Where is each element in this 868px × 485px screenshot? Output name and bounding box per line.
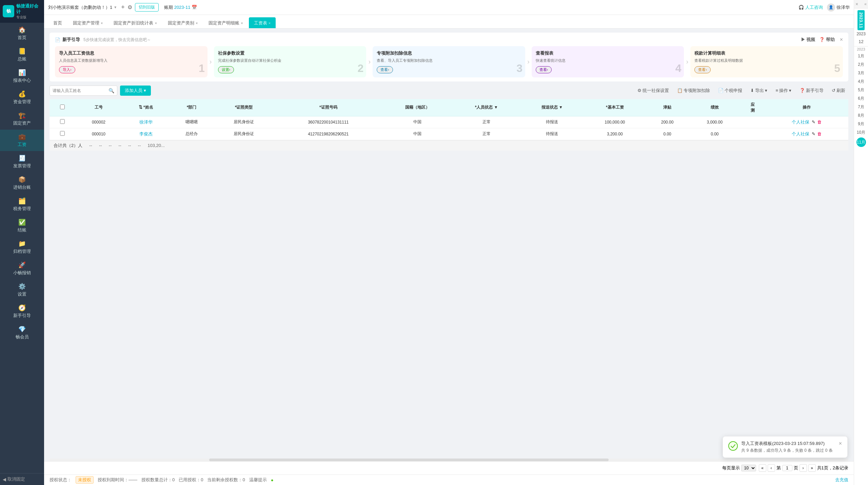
header-ops: 操作 xyxy=(765,99,848,116)
page-size-selector: 每页显示 10 20 50 xyxy=(722,465,756,471)
per-page-select[interactable]: 10 20 50 xyxy=(741,465,756,471)
personal-insurance-link[interactable]: 个人社保 xyxy=(792,131,809,136)
add-employee-button[interactable]: 添加人员 ▾ xyxy=(120,86,151,96)
row-checkbox[interactable] xyxy=(60,131,65,136)
account-selector[interactable]: 刘小艳演示账套（勿删勿动！）1 ▼ xyxy=(48,4,117,11)
operations-button[interactable]: ≡ 操作 ▾ xyxy=(772,86,794,95)
personal-insurance-link[interactable]: 个人社保 xyxy=(792,119,809,125)
step-action-button[interactable]: 导入› xyxy=(59,66,75,73)
sidebar-item-tax[interactable]: 🗂️ 税务管理 xyxy=(0,194,44,215)
sidebar-item-payroll[interactable]: 💼 工资 xyxy=(0,130,44,151)
tabs-bar: 首页 固定资产管理 × 固定资产折旧统计表 × 固定资产类别 × 固定资产明细账… xyxy=(44,15,854,29)
edit-icon[interactable]: ✎ xyxy=(812,119,815,125)
sidebar-item-label: 结账 xyxy=(18,227,26,233)
header-dept: *部门 xyxy=(170,99,213,116)
tab-depreciation[interactable]: 固定资产折旧统计表 × xyxy=(108,17,162,28)
close-panel-icon[interactable]: × xyxy=(855,1,858,7)
tab-home[interactable]: 首页 xyxy=(48,17,67,28)
cal-month-12[interactable]: 12 xyxy=(855,38,867,45)
tab-close-icon[interactable]: × xyxy=(241,18,243,29)
export-button[interactable]: ⬇ 导出 ▾ xyxy=(747,86,770,95)
select-all-checkbox[interactable] xyxy=(60,105,65,109)
user-menu[interactable]: 👤 徐泽华 xyxy=(827,3,850,12)
tax-report-button[interactable]: 📄 个税申报 xyxy=(715,86,745,95)
step-action-button[interactable]: 查看› xyxy=(694,66,711,73)
cell-emp-no: 000002 xyxy=(76,116,122,128)
sidebar-item-reports[interactable]: 📊 报表中心 xyxy=(0,66,44,87)
header-report-status[interactable]: 报送状态 ▼ xyxy=(520,99,584,116)
cal-month-1[interactable]: 1月 xyxy=(855,52,867,60)
row-checkbox[interactable] xyxy=(60,119,65,124)
sidebar-item-ledger[interactable]: 📒 总账 xyxy=(0,44,44,66)
edit-icon[interactable]: ✎ xyxy=(812,131,815,136)
sidebar-item-invoicing[interactable]: 🧾 发票管理 xyxy=(0,151,44,172)
cal-month-2[interactable]: 2月 xyxy=(855,60,867,69)
sidebar-item-home[interactable]: 🏠 首页 xyxy=(0,23,44,44)
close-guide-button[interactable]: × xyxy=(840,37,843,43)
search-icon[interactable]: 🔍 xyxy=(108,88,114,93)
tab-fixed-assets[interactable]: 固定资产管理 × xyxy=(68,17,108,28)
tax-icon: 📄 xyxy=(718,88,724,93)
prev-page-button[interactable]: ‹ xyxy=(768,464,775,472)
special-deduction-button[interactable]: 📋 专项附加扣除 xyxy=(674,86,713,95)
sidebar-item-fixed-assets[interactable]: 🏗️ 固定资产 xyxy=(0,108,44,130)
employee-name-link[interactable]: 李俊杰 xyxy=(139,131,153,136)
next-page-button[interactable]: › xyxy=(800,464,807,472)
calendar-year-label[interactable]: 2023.11 xyxy=(857,10,865,30)
employee-name-link[interactable]: 徐泽华 xyxy=(139,119,153,125)
add-account-button[interactable]: + xyxy=(121,4,125,11)
cal-month-11[interactable]: 11月 xyxy=(856,137,866,147)
guide-steps: 导入员工工资信息 人员信息及工资数据新增导入 导入› 1 › 社保参数设置 完成… xyxy=(55,46,843,77)
switch-version-button[interactable]: 切到旧版 xyxy=(135,3,159,12)
delete-icon[interactable]: 🗑 xyxy=(817,119,822,125)
cal-month-10[interactable]: 10月 xyxy=(855,128,867,137)
cal-month-4[interactable]: 4月 xyxy=(855,77,867,86)
delete-icon[interactable]: 🗑 xyxy=(817,131,822,136)
tab-close-icon[interactable]: × xyxy=(196,18,198,29)
sidebar-item-funds[interactable]: 💰 资金管理 xyxy=(0,87,44,108)
period-selector[interactable]: 账期 2023-11 📅 xyxy=(164,4,197,11)
sidebar-item-inventory[interactable]: 📦 进销台账 xyxy=(0,172,44,194)
last-page-button[interactable]: » xyxy=(808,464,816,472)
tab-detail[interactable]: 固定资产明细账 × xyxy=(203,17,248,28)
employee-table: 工号 ⇅ *姓名 *部门 *证照类型 *证照号码 国籍（地区） *人员状态 ▼ … xyxy=(50,99,848,140)
header-status[interactable]: *人员状态 ▼ xyxy=(453,99,520,116)
sidebar-item-member[interactable]: 💎 畅会员 xyxy=(0,322,44,343)
recharge-button[interactable]: 去充值 xyxy=(835,477,848,483)
page-label-suffix: 页 xyxy=(794,465,798,471)
refresh-button[interactable]: ↺ 刷新 xyxy=(829,86,848,95)
cal-month-9[interactable]: 9月 xyxy=(855,120,867,128)
tab-close-icon[interactable]: × xyxy=(269,18,271,29)
step-action-button[interactable]: 查看› xyxy=(536,66,552,73)
expand-panel-icon[interactable]: « xyxy=(864,2,867,6)
account-settings-button[interactable]: ⚙ xyxy=(127,4,132,11)
sidebar-item-expense[interactable]: 🚀 小畅报销 xyxy=(0,258,44,279)
step-action-button[interactable]: 设置› xyxy=(218,66,234,73)
tab-close-icon[interactable]: × xyxy=(101,18,103,29)
tab-close-icon[interactable]: × xyxy=(155,18,157,29)
unpin-button[interactable]: ◀ 取消固定 xyxy=(0,473,44,485)
sidebar-item-guide[interactable]: 🧭 新手引导 xyxy=(0,301,44,322)
sidebar-item-archive[interactable]: 📁 归档管理 xyxy=(0,237,44,258)
social-insurance-button[interactable]: ⚙ 统一社保设置 xyxy=(634,86,672,95)
sidebar-item-settings[interactable]: ⚙️ 设置 xyxy=(0,279,44,301)
tab-categories[interactable]: 固定资产类别 × xyxy=(163,17,203,28)
toast-close-button[interactable]: × xyxy=(839,441,842,447)
tab-payroll[interactable]: 工资表 × xyxy=(249,17,276,28)
scrollbar[interactable] xyxy=(50,459,848,461)
first-page-button[interactable]: « xyxy=(759,464,766,472)
cal-month-3[interactable]: 3月 xyxy=(855,69,867,77)
cal-month-7[interactable]: 7月 xyxy=(855,103,867,111)
help-link[interactable]: ❓ 帮助 xyxy=(819,37,835,43)
search-input[interactable] xyxy=(53,88,108,93)
cal-month-6[interactable]: 6月 xyxy=(855,94,867,103)
video-link[interactable]: ▶ 视频 xyxy=(801,37,815,43)
page-number-input[interactable] xyxy=(782,465,792,471)
sidebar-item-close[interactable]: ✅ 结账 xyxy=(0,215,44,237)
step-desc: 人员信息及工资数据新增导入 xyxy=(59,58,203,63)
newbie-guide-button[interactable]: ❓ 新手引导 xyxy=(796,86,827,95)
consult-button[interactable]: 🎧 人工咨询 xyxy=(798,4,823,11)
cal-month-5[interactable]: 5月 xyxy=(855,86,867,94)
step-action-button[interactable]: 查看› xyxy=(377,66,393,73)
cal-month-8[interactable]: 8月 xyxy=(855,111,867,120)
